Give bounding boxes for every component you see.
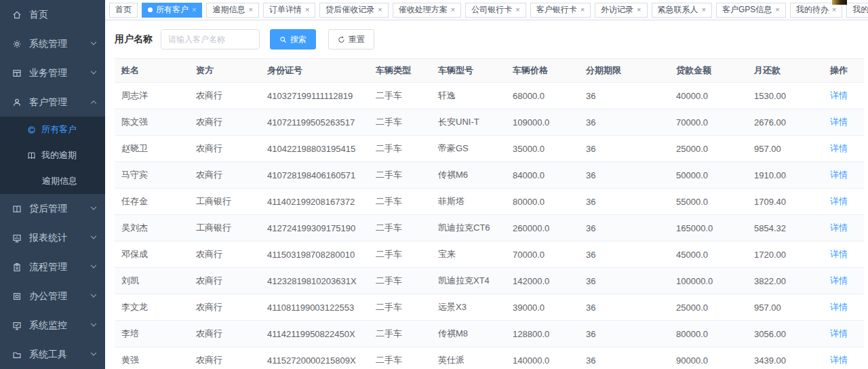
cell-loan_amount: 40000.0 <box>669 83 747 109</box>
detail-link[interactable]: 详情 <box>830 275 848 286</box>
sidebar-subitem-my-overdue[interactable]: 我的逾期 <box>0 142 105 168</box>
cell-vehicle_type: 二手车 <box>369 347 431 369</box>
column-header: 分期期限 <box>579 59 669 83</box>
cell-loan_amount: 25000.0 <box>669 136 747 162</box>
table-body: 周志洋农商行410327199111112819二手车轩逸68000.03640… <box>115 83 864 369</box>
close-icon[interactable]: × <box>580 6 585 14</box>
close-icon[interactable]: × <box>378 6 382 14</box>
tab-6[interactable]: 公司银行卡× <box>465 3 526 18</box>
detail-link[interactable]: 详情 <box>830 302 848 312</box>
tab-3[interactable]: 订单详情× <box>263 3 315 18</box>
search-field-label: 用户名称 <box>115 33 153 45</box>
close-icon[interactable]: × <box>702 6 706 14</box>
chevron-up-icon <box>91 100 96 106</box>
cell-term: 36 <box>579 83 669 109</box>
cell-action: 详情 <box>827 83 864 109</box>
search-button[interactable]: 搜索 <box>270 29 316 50</box>
cell-id_number: 411503198708280010 <box>260 241 369 268</box>
customer-name-input[interactable] <box>161 29 260 50</box>
column-header: 资方 <box>189 59 260 83</box>
main-area: 首页所有客户×逾期信息×订单详情×贷后催收记录×催收处理方案×公司银行卡×客户银… <box>105 0 868 369</box>
close-icon[interactable]: × <box>305 6 309 14</box>
sidebar-item-home[interactable]: 首页 <box>0 0 105 29</box>
tab-4[interactable]: 贷后催收记录× <box>319 3 388 18</box>
tab-5[interactable]: 催收处理方案× <box>393 3 461 18</box>
cell-vehicle_type: 二手车 <box>369 136 431 162</box>
home-icon <box>12 10 22 20</box>
cell-name: 李文龙 <box>115 294 189 321</box>
cell-loan_amount: 70000.0 <box>669 109 747 136</box>
tab-1[interactable]: 所有客户× <box>142 3 202 18</box>
tab-label: 客户银行卡 <box>536 4 577 16</box>
sidebar-subitem-label: 我的逾期 <box>41 149 77 161</box>
cell-loan_amount: 50000.0 <box>669 162 747 189</box>
detail-link[interactable]: 详情 <box>830 222 848 233</box>
cell-monthly_payment: 2676.00 <box>747 109 827 136</box>
tab-label: 首页 <box>115 4 132 16</box>
active-tab-dot-icon <box>148 7 153 12</box>
cell-capital: 农商行 <box>189 162 260 189</box>
close-icon[interactable]: × <box>832 6 836 14</box>
sidebar-item-tools[interactable]: 系统工具 <box>0 340 105 369</box>
cell-action: 详情 <box>827 189 864 215</box>
tab-12[interactable]: 我的流程× <box>846 3 868 18</box>
tab-0[interactable]: 首页 <box>109 3 138 18</box>
detail-link[interactable]: 详情 <box>830 90 848 100</box>
detail-link[interactable]: 详情 <box>830 196 848 206</box>
sidebar-item-business[interactable]: 业务管理 <box>0 58 105 88</box>
sidebar-item-customer[interactable]: 客户管理 <box>0 88 105 117</box>
detail-link[interactable]: 详情 <box>830 328 848 338</box>
close-icon[interactable]: × <box>515 6 519 14</box>
cell-vehicle_model: 远景X3 <box>431 294 506 321</box>
tab-7[interactable]: 客户银行卡× <box>530 3 591 18</box>
cell-action: 详情 <box>827 321 864 347</box>
cell-term: 36 <box>579 294 669 321</box>
tab-9[interactable]: 紧急联系人× <box>652 3 712 18</box>
close-icon[interactable]: × <box>775 6 779 14</box>
sidebar-subitem-all-customers[interactable]: 所有客户 <box>0 117 105 142</box>
tab-10[interactable]: 客户GPS信息× <box>716 3 786 18</box>
avatar-fragment[interactable] <box>832 0 847 5</box>
close-icon[interactable]: × <box>192 6 196 14</box>
cell-monthly_payment: 957.00 <box>747 294 827 321</box>
tab-8[interactable]: 外访记录× <box>595 3 647 18</box>
detail-link[interactable]: 详情 <box>830 170 848 180</box>
detail-link[interactable]: 详情 <box>830 249 848 259</box>
sidebar-item-label: 系统监控 <box>29 319 84 332</box>
detail-link[interactable]: 详情 <box>830 117 848 127</box>
submenu-customer: 所有客户我的逾期逾期信息 <box>0 117 105 194</box>
cell-id_number: 41142119950822450X <box>260 321 369 347</box>
sidebar-item-process[interactable]: 流程管理 <box>0 252 105 281</box>
sidebar-item-monitor[interactable]: 系统监控 <box>0 311 105 340</box>
cell-monthly_payment: 3056.00 <box>747 321 827 347</box>
reset-button[interactable]: 重置 <box>328 29 374 50</box>
cell-capital: 农商行 <box>189 83 260 109</box>
tab-label: 我的流程 <box>852 4 868 16</box>
tab-label: 订单详情 <box>269 4 302 16</box>
cell-monthly_payment: 1530.00 <box>747 83 827 109</box>
close-icon[interactable]: × <box>451 6 455 14</box>
cell-id_number: 41152720000215809X <box>260 347 369 369</box>
cell-vehicle_model: 传祺M8 <box>431 321 506 347</box>
cell-monthly_payment: 3439.00 <box>747 347 827 369</box>
sidebar-item-label: 客户管理 <box>29 96 84 109</box>
close-icon[interactable]: × <box>637 6 641 14</box>
sidebar-item-report[interactable]: 报表统计 <box>0 223 105 252</box>
sidebar-item-system[interactable]: 系统管理 <box>0 29 105 58</box>
table-row: 任存金工商银行411402199208167372二手车菲斯塔80000.036… <box>115 189 864 215</box>
detail-link[interactable]: 详情 <box>830 355 848 365</box>
close-icon[interactable]: × <box>248 6 252 14</box>
tab-bar: 首页所有客户×逾期信息×订单详情×贷后催收记录×催收处理方案×公司银行卡×客户银… <box>105 0 868 20</box>
sidebar-item-office[interactable]: 办公管理 <box>0 281 105 311</box>
column-header: 操作 <box>827 59 864 83</box>
cell-term: 36 <box>579 321 669 347</box>
search-icon <box>279 36 287 43</box>
detail-link[interactable]: 详情 <box>830 143 848 153</box>
cell-vehicle_price: 140000.0 <box>506 347 579 369</box>
sidebar-item-post-loan[interactable]: 贷后管理 <box>0 194 105 223</box>
sidebar-item-label: 报表统计 <box>29 232 84 244</box>
tab-2[interactable]: 逾期信息× <box>206 3 258 18</box>
cell-name: 邓保成 <box>115 241 189 268</box>
sidebar-subitem-overdue-info[interactable]: 逾期信息 <box>0 168 105 194</box>
column-header: 月还款 <box>747 59 827 83</box>
